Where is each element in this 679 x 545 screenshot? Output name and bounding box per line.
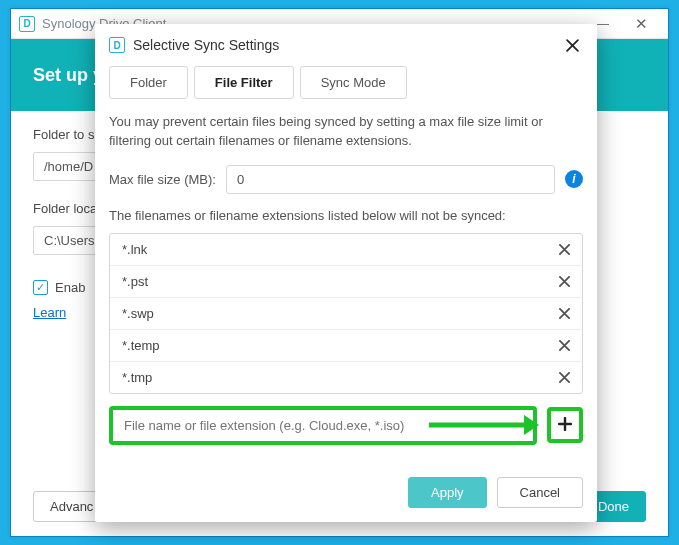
add-extension-button-highlight — [547, 407, 583, 443]
dialog-titlebar: D Selective Sync Settings — [95, 24, 597, 66]
tab-file-filter[interactable]: File Filter — [194, 66, 294, 99]
add-extension-button[interactable] — [558, 415, 572, 436]
app-logo-icon: D — [19, 16, 35, 32]
check-icon: ✓ — [33, 280, 48, 295]
apply-button[interactable]: Apply — [408, 477, 487, 508]
list-item: *.temp — [110, 330, 582, 362]
ext-text: *.lnk — [122, 242, 147, 257]
remove-button[interactable] — [559, 241, 570, 258]
close-icon — [559, 276, 570, 287]
dialog-logo-icon: D — [109, 37, 125, 53]
dialog-tabs: Folder File Filter Sync Mode — [95, 66, 597, 99]
max-file-size-label: Max file size (MB): — [109, 172, 216, 187]
add-extension-input[interactable] — [118, 414, 528, 437]
add-extension-input-highlight — [109, 406, 537, 445]
dialog-close-button[interactable] — [561, 34, 583, 56]
ext-text: *.temp — [122, 338, 160, 353]
description-text: You may prevent certain files being sync… — [109, 113, 583, 151]
ext-text: *.pst — [122, 274, 148, 289]
dialog-body: You may prevent certain files being sync… — [95, 99, 597, 445]
list-item: *.swp — [110, 298, 582, 330]
plus-icon — [558, 417, 572, 431]
add-extension-row — [109, 406, 583, 445]
remove-button[interactable] — [559, 369, 570, 386]
window-close-button[interactable]: ✕ — [622, 9, 660, 39]
close-icon — [559, 340, 570, 351]
dialog-footer: Apply Cancel — [408, 477, 583, 508]
list-item: *.lnk — [110, 234, 582, 266]
cancel-button[interactable]: Cancel — [497, 477, 583, 508]
list-item: *.pst — [110, 266, 582, 298]
exclusion-list-label: The filenames or filename extensions lis… — [109, 208, 583, 223]
tab-sync-mode[interactable]: Sync Mode — [300, 66, 407, 99]
close-icon — [566, 39, 579, 52]
remove-button[interactable] — [559, 305, 570, 322]
remove-button[interactable] — [559, 273, 570, 290]
close-icon — [559, 308, 570, 319]
exclusion-list: *.lnk *.pst *.swp *.temp *.tmp — [109, 233, 583, 394]
max-file-size-input[interactable]: 0 — [226, 165, 555, 194]
remove-button[interactable] — [559, 337, 570, 354]
close-icon — [559, 244, 570, 255]
learn-link[interactable]: Learn — [33, 305, 66, 320]
dialog-title: Selective Sync Settings — [133, 37, 279, 53]
info-icon[interactable]: i — [565, 170, 583, 188]
ext-text: *.swp — [122, 306, 154, 321]
selective-sync-dialog: D Selective Sync Settings Folder File Fi… — [95, 24, 597, 522]
tab-folder[interactable]: Folder — [109, 66, 188, 99]
enable-checkbox[interactable]: ✓ Enab — [33, 280, 85, 295]
close-icon — [559, 372, 570, 383]
enable-label: Enab — [55, 280, 85, 295]
list-item: *.tmp — [110, 362, 582, 393]
ext-text: *.tmp — [122, 370, 152, 385]
